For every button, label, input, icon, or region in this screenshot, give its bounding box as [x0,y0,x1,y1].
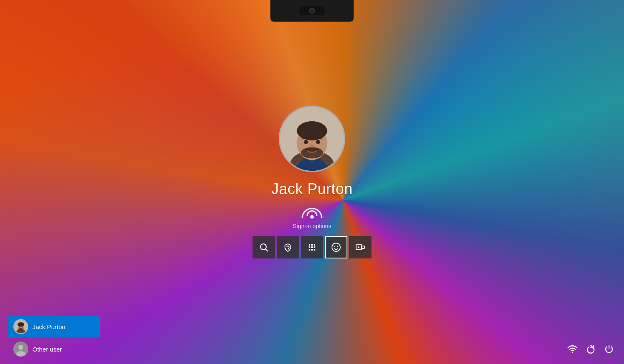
svg-rect-15 [314,244,315,246]
svg-point-9 [316,140,320,144]
user-item-jack-purton[interactable]: Jack Purton [8,316,100,337]
svg-point-27 [358,246,359,248]
svg-rect-20 [311,249,313,251]
svg-rect-13 [309,244,310,246]
user-avatar-jack-purton [13,319,28,334]
svg-rect-17 [311,246,313,248]
webcam-lens [309,8,315,14]
power-icon[interactable] [604,344,614,357]
webcam [300,6,324,15]
signin-buttons-group [253,236,371,258]
svg-point-5 [298,122,325,137]
svg-point-10 [310,144,314,148]
user-avatar [279,106,345,172]
login-container: Jack Purton Sign-in options [0,0,624,364]
svg-line-12 [266,249,268,252]
svg-rect-18 [314,246,315,248]
monitor-bezel [270,0,354,22]
user-name-jack-purton: Jack Purton [32,323,65,330]
svg-rect-16 [309,246,310,248]
signin-options-label[interactable]: Sign-in options [293,223,332,229]
svg-rect-21 [314,249,315,251]
signin-btn-face[interactable] [325,236,347,258]
signin-btn-security-key[interactable] [349,236,371,258]
hello-icon [302,208,322,219]
signin-btn-pin[interactable] [301,236,323,258]
svg-point-38 [572,352,573,353]
svg-point-24 [337,246,338,247]
signin-btn-password[interactable] [253,236,275,258]
svg-point-22 [332,243,340,251]
login-username: Jack Purton [271,180,353,198]
svg-point-23 [334,246,335,247]
user-switcher: Jack Purton Other user [8,316,100,360]
svg-rect-19 [309,249,310,251]
power-options-icon[interactable] [586,344,596,357]
svg-point-8 [304,140,308,144]
signin-btn-fingerprint[interactable] [277,236,299,258]
svg-point-32 [18,328,23,331]
bottom-right-icons [567,344,614,357]
svg-point-34 [22,327,23,328]
user-item-other-user[interactable]: Other user [8,338,100,360]
user-avatar-other-user [13,342,28,357]
svg-point-36 [18,345,23,350]
wifi-icon[interactable] [567,344,577,357]
svg-point-33 [19,327,20,328]
svg-point-7 [305,148,319,152]
svg-rect-14 [311,244,313,246]
user-name-other-user: Other user [32,346,62,353]
svg-point-11 [260,244,266,250]
svg-point-31 [17,322,24,327]
